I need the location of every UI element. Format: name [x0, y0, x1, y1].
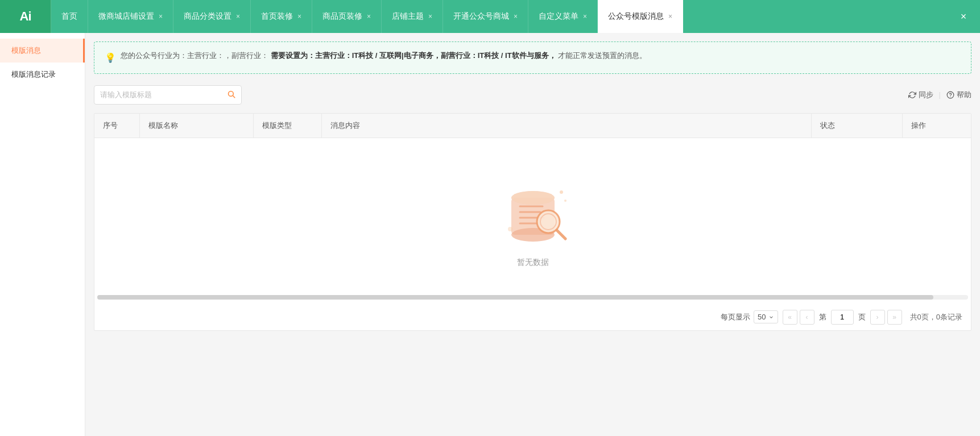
tab-micro-shop-label: 微商城店铺设置	[98, 11, 154, 22]
svg-line-1	[233, 95, 234, 97]
tab-open-mall[interactable]: 开通公众号商城 ×	[443, 0, 528, 33]
tab-template-msg-close[interactable]: ×	[668, 13, 672, 20]
col-action: 操作	[903, 114, 971, 138]
tab-home-decor-close[interactable]: ×	[297, 13, 301, 20]
tab-open-mall-label: 开通公众号商城	[453, 11, 509, 22]
tab-shop-theme[interactable]: 店铺主题 ×	[382, 0, 443, 33]
svg-line-14	[557, 230, 565, 239]
chevron-down-icon	[768, 314, 774, 320]
tab-goods-decor-close[interactable]: ×	[367, 13, 371, 20]
sidebar-item-template-msg-record[interactable]: 模版消息记录	[0, 63, 85, 86]
main-content: 💡 您的公众号行业为：主营行业：，副营行业： 需要设置为：主营行业：IT科技 /…	[85, 33, 980, 436]
next-page-button[interactable]: ›	[870, 310, 885, 325]
page-number-input[interactable]	[831, 310, 854, 325]
main-layout: 模版消息 模版消息记录 💡 您的公众号行业为：主营行业：，副营行业： 需要设置为…	[0, 33, 980, 436]
tab-goods-decor[interactable]: 商品页装修 ×	[312, 0, 382, 33]
sync-label: 同步	[919, 90, 933, 100]
scrollbar-thumb	[97, 295, 933, 300]
tab-home[interactable]: 首页	[51, 0, 88, 33]
tab-bar: Ai 首页 微商城店铺设置 × 商品分类设置 × 首页装修 × 商品页装修 × …	[0, 0, 980, 33]
page-size-value: 50	[758, 313, 766, 321]
tab-home-decor[interactable]: 首页装修 ×	[251, 0, 312, 33]
svg-point-16	[564, 200, 567, 202]
logo-text: Ai	[20, 9, 31, 24]
notice-box: 💡 您的公众号行业为：主营行业：，副营行业： 需要设置为：主营行业：IT科技 /…	[94, 41, 971, 74]
tab-home-decor-label: 首页装修	[261, 11, 293, 22]
col-type: 模版类型	[254, 114, 322, 138]
help-icon	[946, 91, 954, 99]
prev-page-button[interactable]: ‹	[800, 310, 814, 325]
tab-custom-menu-label: 自定义菜单	[539, 11, 578, 22]
page-unit: 页	[858, 312, 866, 322]
last-page-button[interactable]: »	[887, 310, 902, 325]
page-size-select-box[interactable]: 50	[754, 310, 778, 323]
empty-state: 暂无数据	[94, 138, 971, 290]
search-bar: 同步 | 帮助	[94, 85, 971, 105]
tab-goods-category-close[interactable]: ×	[236, 13, 240, 20]
sidebar-item-template-msg[interactable]: 模版消息	[0, 39, 85, 63]
tab-micro-shop-close[interactable]: ×	[159, 13, 163, 20]
search-input[interactable]	[100, 90, 225, 99]
tab-shop-theme-label: 店铺主题	[392, 11, 424, 22]
tab-template-msg-label: 公众号模版消息	[608, 11, 664, 22]
svg-point-17	[508, 227, 512, 231]
tab-template-msg[interactable]: 公众号模版消息 ×	[598, 0, 683, 33]
search-input-wrap	[94, 85, 242, 105]
help-label: 帮助	[957, 90, 971, 100]
table-header: 序号 模版名称 模版类型 消息内容 状态 操作	[94, 114, 971, 138]
total-info: 共0页，0条记录	[910, 312, 962, 322]
tab-open-mall-close[interactable]: ×	[514, 13, 518, 20]
col-seq: 序号	[94, 114, 140, 138]
page-size-selector: 每页显示 50	[721, 310, 778, 323]
search-icon	[227, 90, 235, 98]
search-button[interactable]	[227, 90, 235, 100]
col-status: 状态	[812, 114, 903, 138]
help-button[interactable]: 帮助	[946, 90, 971, 100]
svg-point-7	[511, 191, 555, 205]
horizontal-scrollbar[interactable]	[97, 295, 968, 300]
toolbar-divider: |	[939, 90, 941, 99]
data-table: 序号 模版名称 模版类型 消息内容 状态 操作	[94, 113, 971, 331]
empty-state-text: 暂无数据	[517, 258, 549, 268]
toolbar-right: 同步 | 帮助	[908, 90, 971, 100]
tab-micro-shop[interactable]: 微商城店铺设置 ×	[88, 0, 173, 33]
page-size-label: 每页显示	[721, 312, 750, 322]
sync-button[interactable]: 同步	[908, 90, 933, 100]
tab-custom-menu[interactable]: 自定义菜单 ×	[528, 0, 598, 33]
tab-custom-menu-close[interactable]: ×	[583, 13, 587, 20]
tab-goods-category-label: 商品分类设置	[184, 11, 231, 22]
tab-shop-theme-close[interactable]: ×	[428, 13, 432, 20]
pagination: 每页显示 50 « ‹ 第 页 › »	[94, 304, 971, 330]
col-content: 消息内容	[322, 114, 812, 138]
svg-point-15	[560, 190, 563, 194]
tab-home-label: 首页	[61, 11, 77, 22]
col-name: 模版名称	[140, 114, 254, 138]
notice-icon: 💡	[105, 51, 116, 65]
sidebar: 模版消息 模版消息记录	[0, 33, 85, 436]
sidebar-item-template-msg-record-label: 模版消息记录	[11, 70, 56, 78]
notice-text: 您的公众号行业为：主营行业：，副营行业： 需要设置为：主营行业：IT科技 / 互…	[121, 50, 647, 62]
tab-goods-decor-label: 商品页装修	[322, 11, 362, 22]
notice-prefix: 您的公众号行业为：主营行业：，副营行业：	[121, 51, 268, 60]
page-goto-prefix: 第	[819, 312, 826, 322]
tab-goods-category[interactable]: 商品分类设置 ×	[173, 0, 251, 33]
notice-suffix: 才能正常发送预置的消息。	[558, 51, 647, 60]
notice-bold: 需要设置为：主营行业：IT科技 / 互联网|电子商务，副营行业：IT科技 / I…	[271, 51, 556, 60]
empty-state-icon	[496, 172, 570, 246]
app-logo: Ai	[0, 0, 51, 33]
page-navigation: « ‹ 第 页 › »	[783, 310, 902, 325]
sidebar-item-template-msg-label: 模版消息	[11, 46, 41, 55]
sync-icon	[908, 91, 916, 99]
window-close-btn[interactable]: ×	[947, 0, 980, 33]
first-page-button[interactable]: «	[783, 310, 797, 325]
